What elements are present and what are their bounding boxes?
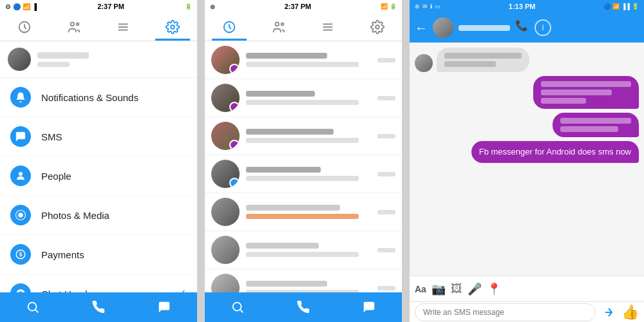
phone-call-icon[interactable]: 📞	[515, 19, 528, 36]
msg-icon-chat: ✉	[422, 3, 428, 10]
chat-phone: ⊕ ✉ ℹ ▭ 1:13 PM 🔵 📶 ▐▐ 🔋 ← 📞 i	[410, 0, 644, 322]
tab-list[interactable]	[99, 13, 148, 41]
menu-sms-label: SMS	[41, 131, 187, 142]
status-time: 2:37 PM	[97, 3, 124, 10]
conv-avatar-3	[211, 122, 240, 150]
location-icon[interactable]: 📍	[487, 282, 501, 296]
tab-conv-people[interactable]	[254, 13, 304, 41]
conv-item-3[interactable]	[205, 117, 402, 155]
conv-time-1	[377, 58, 395, 62]
spacer-1	[197, 0, 205, 322]
send-button[interactable]	[600, 303, 618, 321]
chat-input-bar: 👍	[410, 301, 644, 322]
signal-icon-chat: ▐▐	[621, 3, 630, 10]
signal-bar: 📶	[381, 3, 388, 10]
chatheads-icon-circle	[10, 283, 31, 292]
status-bar-conv: ⊕ 2:37 PM 📶 🔋	[205, 0, 402, 13]
conv-item-7[interactable]	[205, 269, 402, 292]
conv-msg-4	[246, 176, 359, 181]
conv-name-2	[246, 91, 315, 97]
conv-info-1	[246, 53, 371, 67]
blur-sent-2	[541, 90, 612, 95]
conversations-phone: ⊕ 2:37 PM 📶 🔋	[205, 0, 402, 322]
image-icon[interactable]: 🖼	[451, 282, 462, 296]
conv-item-1[interactable]	[205, 41, 402, 79]
blur-sent2-1	[560, 118, 631, 124]
keyboard-icon[interactable]: Aa	[415, 284, 426, 294]
chat-status-right: 🔵 📶 ▐▐ 🔋	[603, 3, 639, 10]
conv-name-3	[246, 129, 334, 135]
conv-avatar-4	[211, 160, 240, 188]
notifications-icon-circle	[10, 87, 31, 108]
camera-icon[interactable]: 📷	[431, 282, 446, 296]
tab-conv-recent[interactable]	[205, 13, 254, 41]
tab-conv-settings[interactable]	[353, 13, 402, 41]
conv-name-5	[246, 205, 340, 211]
tab-settings[interactable]	[148, 13, 198, 41]
conv-item-2[interactable]	[205, 79, 402, 117]
menu-chatheads[interactable]: Chat Heads ✓	[0, 274, 197, 292]
conv-msg-6	[246, 252, 359, 257]
back-button[interactable]: ←	[415, 21, 428, 35]
bottom-chat[interactable]	[131, 292, 197, 322]
bt-icon-chat: 🔵	[603, 3, 611, 10]
bottom-phone[interactable]	[66, 292, 131, 322]
svg-point-16	[275, 22, 279, 26]
tab-conv-list[interactable]	[303, 13, 353, 41]
people-icon-circle	[10, 166, 31, 186]
spacer-2	[402, 0, 410, 322]
conv-time-2	[377, 96, 395, 100]
tab-recent[interactable]	[0, 13, 50, 41]
blur-sent-1	[541, 81, 631, 87]
menu-payments-label: Payments	[41, 249, 187, 260]
conv-name-4	[246, 167, 321, 173]
conv-avatar-6	[211, 236, 240, 264]
menu-people[interactable]: People	[0, 156, 197, 196]
menu-notifications[interactable]: Notifications & Sounds	[0, 78, 197, 117]
tab-people[interactable]	[50, 13, 99, 41]
menu-payments[interactable]: $ Payments	[0, 235, 197, 274]
chat-contact-avatar	[433, 17, 453, 38]
settings-menu: Notifications & Sounds SMS People Photos…	[0, 78, 197, 292]
menu-photos[interactable]: Photos & Media	[0, 196, 197, 235]
msg-sent-2	[415, 113, 639, 137]
conv-name-7	[246, 281, 327, 287]
conv-info-7	[246, 281, 371, 292]
blur-sent2-2	[560, 126, 618, 132]
conv-msg-5	[246, 214, 359, 219]
avatar	[8, 48, 31, 71]
blur-line-2	[444, 61, 496, 67]
blur-line-1	[444, 53, 522, 59]
profile-detail	[37, 62, 70, 67]
conv-status-right: 📶 🔋	[381, 3, 397, 10]
chat-contact-name	[459, 25, 510, 31]
conv-bottom-phone[interactable]	[270, 292, 336, 322]
chat-input-field[interactable]	[415, 303, 596, 321]
svg-line-14	[35, 310, 38, 312]
mic-icon[interactable]: 🎤	[468, 282, 482, 296]
conv-bottom-search[interactable]	[205, 292, 270, 322]
badge-2	[229, 102, 240, 112]
battery-icon: 🔋	[185, 3, 192, 10]
conv-bottom-chat[interactable]	[336, 292, 402, 322]
badge-1	[229, 64, 240, 74]
conv-name-6	[246, 243, 319, 249]
conv-item-4[interactable]	[205, 155, 402, 193]
msg-sent-text: Fb messenger for Android does sms now	[415, 141, 639, 163]
status-bar-right: 🔋	[185, 3, 192, 10]
nav-tabs-conv	[205, 13, 402, 41]
conv-item-5[interactable]	[205, 193, 402, 231]
menu-photos-label: Photos & Media	[41, 210, 187, 221]
bottom-search[interactable]	[0, 292, 66, 322]
bottom-nav-conv	[205, 292, 402, 322]
chat-header-actions: 📞 i	[515, 19, 551, 36]
profile-area	[0, 41, 197, 78]
battery-bar: 🔋	[390, 3, 397, 10]
chat-status-time: 1:13 PM	[509, 3, 536, 10]
menu-sms[interactable]: SMS	[0, 117, 197, 156]
thumbs-up-button[interactable]: 👍	[621, 304, 639, 321]
conv-item-6[interactable]	[205, 231, 402, 269]
svg-point-2	[76, 23, 79, 25]
info-circle-icon[interactable]: i	[535, 19, 551, 36]
conv-avatar-2	[211, 84, 240, 112]
